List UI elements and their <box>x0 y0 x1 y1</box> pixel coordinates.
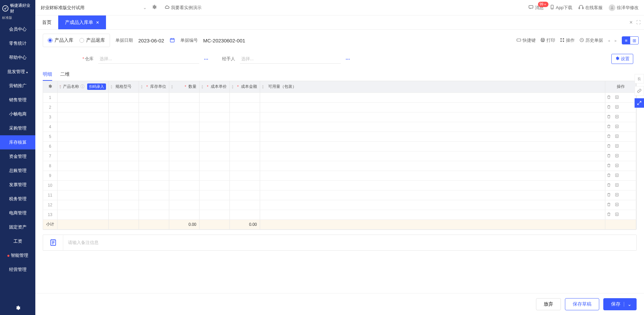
warehouse-more-icon[interactable]: ⋯ <box>204 57 209 62</box>
sidebar-item-5[interactable]: 销售管理 <box>0 93 35 107</box>
add-row-icon[interactable] <box>615 173 619 178</box>
delete-row-icon[interactable] <box>607 95 611 100</box>
sub-tab-dim[interactable]: 二维 <box>60 69 70 81</box>
radio-inbound[interactable]: 产品入库 <box>48 37 73 43</box>
discard-button[interactable]: 放弃 <box>536 298 561 310</box>
warehouse-input[interactable] <box>98 54 199 64</box>
sidebar-settings-icon[interactable] <box>0 302 35 315</box>
remarks-input[interactable] <box>63 235 636 250</box>
add-row-icon[interactable] <box>615 212 619 217</box>
operate-button[interactable]: 操作 <box>560 37 575 43</box>
sidebar-item-12[interactable]: 税务管理 <box>0 192 35 206</box>
next-icon[interactable]: ▸ <box>615 38 617 43</box>
table-row[interactable]: 2 <box>43 102 636 112</box>
save-button[interactable]: 保存 ⌄ <box>603 298 637 310</box>
doc-date-value[interactable]: 2023-06-02 <box>138 38 164 43</box>
table-row[interactable]: 7 <box>43 151 636 161</box>
add-row-icon[interactable] <box>615 164 619 169</box>
chevron-down-icon[interactable]: ⌄ <box>628 302 632 307</box>
sidebar-item-15[interactable]: 工资 <box>0 234 35 248</box>
add-row-icon[interactable] <box>615 105 619 110</box>
table-row[interactable]: 4 <box>43 122 636 132</box>
sidebar-item-10[interactable]: 总账管理 <box>0 164 35 178</box>
table-row[interactable]: 11 <box>43 190 636 200</box>
scan-button[interactable]: 扫码录入 <box>87 83 106 90</box>
tab-inbound[interactable]: 产成品入库单 ✕ <box>58 15 106 29</box>
add-row-icon[interactable] <box>615 125 619 130</box>
close-icon[interactable]: ✕ <box>96 20 99 25</box>
demo-link[interactable]: 我要看实例演示 <box>164 4 202 11</box>
sidebar-item-17[interactable]: 经营管理 <box>0 262 35 277</box>
sidebar-item-2[interactable]: 帮助中心 <box>0 50 35 65</box>
user-menu[interactable]: 徐泽华修改 <box>609 4 639 11</box>
delete-row-icon[interactable] <box>607 105 611 110</box>
add-row-icon[interactable] <box>615 203 619 208</box>
table-row[interactable]: 3 <box>43 112 636 122</box>
handler-more-icon[interactable]: ⋯ <box>346 57 350 62</box>
table-gear-icon[interactable] <box>43 81 57 93</box>
col-qty[interactable]: ▴▾*数量 <box>169 81 199 93</box>
col-model[interactable]: ▴▾规格型号 <box>108 81 139 93</box>
view-card-icon[interactable]: ⊞ <box>630 37 638 44</box>
table-row[interactable]: 10 <box>43 180 636 190</box>
view-list-icon[interactable]: ≡ <box>622 37 630 44</box>
col-available[interactable]: ▴▾可用量（包装） <box>260 81 605 93</box>
add-row-icon[interactable] <box>615 115 619 120</box>
delete-row-icon[interactable] <box>607 144 611 149</box>
rail-btn-1[interactable]: ⎘ <box>635 74 644 83</box>
sidebar-item-14[interactable]: 固定资产 <box>0 220 35 234</box>
save-draft-button[interactable]: 保存草稿 <box>565 298 599 310</box>
sidebar-item-0[interactable]: 会员中心 <box>0 22 35 36</box>
col-amount[interactable]: ▴▾*成本金额 <box>229 81 260 93</box>
sidebar-item-7[interactable]: 采购管理 <box>0 121 35 135</box>
messages-button[interactable]: 消息 99＋ <box>528 4 544 11</box>
sidebar-item-6[interactable]: 小畅电商 <box>0 107 35 121</box>
customer-service-button[interactable]: 在线客服 <box>578 4 603 11</box>
table-row[interactable]: 8 <box>43 161 636 171</box>
sidebar-item-8[interactable]: 库存核算 <box>0 135 35 149</box>
delete-row-icon[interactable] <box>607 173 611 178</box>
app-download-button[interactable]: App下载 <box>550 4 572 11</box>
rail-link-icon[interactable] <box>635 86 644 96</box>
sidebar-item-16[interactable]: 智能管理 <box>0 248 35 262</box>
rail-expand-icon[interactable] <box>635 98 644 108</box>
table-row[interactable]: 9 <box>43 171 636 180</box>
delete-row-icon[interactable] <box>607 134 611 139</box>
calendar-icon[interactable] <box>170 37 175 44</box>
chevron-down-icon[interactable]: ⌄ <box>143 5 147 10</box>
add-row-icon[interactable] <box>615 154 619 159</box>
delete-row-icon[interactable] <box>607 193 611 198</box>
sidebar-item-3[interactable]: 批发管理 <box>0 65 35 79</box>
delete-row-icon[interactable] <box>607 212 611 217</box>
history-button[interactable]: 历史单据 <box>579 37 603 43</box>
table-row[interactable]: 12 <box>43 200 636 210</box>
prev-icon[interactable]: ◂ <box>608 38 610 43</box>
table-row[interactable]: 5 <box>43 132 636 141</box>
add-row-icon[interactable] <box>615 134 619 139</box>
sidebar-item-4[interactable]: 营销推广 <box>0 79 35 93</box>
help-icon[interactable]: ⓘ <box>80 84 84 90</box>
table-row[interactable]: 1 <box>43 93 636 102</box>
delete-row-icon[interactable] <box>607 203 611 208</box>
expand-icon[interactable]: ⛶ <box>636 20 641 25</box>
handler-input[interactable] <box>240 54 341 64</box>
gear-icon[interactable] <box>151 4 157 11</box>
sidebar-item-11[interactable]: 发票管理 <box>0 178 35 192</box>
sidebar-item-9[interactable]: 资金管理 <box>0 149 35 164</box>
table-row[interactable]: 13 <box>43 210 636 219</box>
tab-home[interactable]: 首页 <box>35 15 58 29</box>
sidebar-item-1[interactable]: 零售统计 <box>0 36 35 50</box>
sub-tab-detail[interactable]: 明细 <box>43 69 52 81</box>
radio-return[interactable]: 产品退库 <box>79 37 105 43</box>
table-row[interactable]: 6 <box>43 141 636 151</box>
col-unit[interactable]: ▴▾*库存单位 <box>139 81 169 93</box>
delete-row-icon[interactable] <box>607 183 611 188</box>
delete-row-icon[interactable] <box>607 125 611 130</box>
close-all-icon[interactable]: ✕ <box>629 20 633 25</box>
delete-row-icon[interactable] <box>607 154 611 159</box>
settings-button[interactable]: 设置 <box>611 54 633 64</box>
add-row-icon[interactable] <box>615 144 619 149</box>
delete-row-icon[interactable] <box>607 164 611 169</box>
shortcut-button[interactable]: 快捷键 <box>516 37 536 43</box>
sidebar-item-13[interactable]: 电商管理 <box>0 206 35 220</box>
